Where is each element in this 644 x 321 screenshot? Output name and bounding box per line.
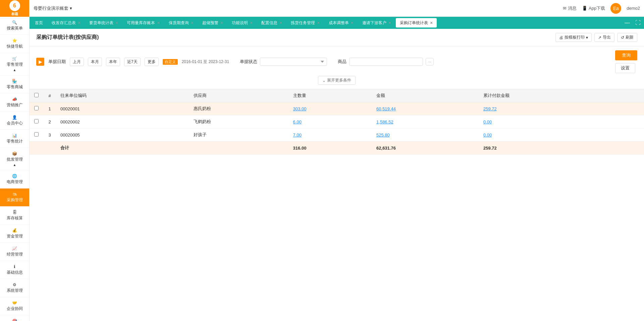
footer-label: 合计: [56, 142, 190, 155]
message-button[interactable]: ✉ 消息: [563, 5, 577, 11]
filter-toggle-button[interactable]: ▶: [36, 58, 44, 66]
topbar-left: 母婴行业演示账套 ▾: [34, 5, 72, 11]
tab-minimize-button[interactable]: —: [623, 19, 632, 26]
app-download-button[interactable]: 📱 App下载: [582, 5, 605, 11]
sidebar-item-label: 搜索英单: [7, 25, 23, 31]
sidebar-item-collab[interactable]: 🤝 企业协同: [0, 297, 29, 315]
tab-oversupply[interactable]: 超储预警 ×: [198, 18, 227, 28]
sidebar-item-capital[interactable]: 💰 资金管理: [0, 225, 29, 243]
tab-oversupply-close[interactable]: ×: [220, 20, 223, 25]
tab-stock-close[interactable]: ×: [157, 20, 160, 25]
store-selector[interactable]: 母婴行业演示账套 ▾: [34, 5, 72, 11]
refresh-button[interactable]: ↺ 刷新: [617, 33, 637, 42]
sidebar-item-purchase[interactable]: 🛍 采购管理: [0, 189, 29, 207]
tab-help-close[interactable]: ×: [250, 20, 253, 25]
basic-icon: ℹ: [14, 264, 15, 269]
footer-seq: [43, 142, 56, 155]
row-supplier: 惠氏奶粉: [190, 102, 289, 115]
expand-down-icon: ⌄: [322, 78, 326, 83]
sidebar-item-retail-shop[interactable]: 🏪 零售商城: [0, 75, 29, 94]
sidebar-item-system[interactable]: ⚙ 系统管理: [0, 279, 29, 297]
tab-invite-close[interactable]: ×: [388, 20, 391, 25]
amount-link[interactable]: 1,586.52: [376, 119, 393, 124]
tab-require-close[interactable]: ×: [115, 20, 118, 25]
row-checkbox[interactable]: [30, 115, 43, 128]
row-checkbox[interactable]: [30, 128, 43, 142]
tab-purchase-stat[interactable]: 采购订单统计表 ×: [396, 18, 437, 28]
sidebar-item-member[interactable]: 👤 会员中心: [0, 112, 29, 130]
paid-link[interactable]: 0.00: [483, 132, 492, 138]
date-btn-this-month[interactable]: 本月: [88, 58, 102, 66]
sidebar-item-retail[interactable]: 🛒 零售管理 ▲: [0, 53, 29, 75]
sidebar: 6 标题 🔍 搜索英单 ⭐ 快捷导航 🛒 零售管理 ▲ 🏪 零售商城 📣 营销推…: [0, 0, 30, 321]
tab-tasks[interactable]: 拣货任务管理 ×: [287, 18, 324, 28]
tab-cost-close[interactable]: ×: [351, 20, 354, 25]
export-button[interactable]: ↗ 导出: [594, 33, 614, 42]
phone-icon: 📱: [582, 6, 587, 11]
tab-stock[interactable]: 可用量库存账本 ×: [123, 18, 164, 28]
qty-link[interactable]: 7.00: [293, 132, 302, 138]
sidebar-item-search[interactable]: 🔍 搜索英单: [0, 17, 29, 35]
refresh-icon: ↺: [621, 35, 624, 40]
sidebar-item-label: 快捷导航: [7, 44, 23, 49]
sidebar-item-batch[interactable]: 📦 批发管理 ▲: [0, 148, 29, 170]
query-button[interactable]: 查询: [615, 50, 637, 60]
sidebar-item-ecommerce[interactable]: 🌐 电商管理: [0, 170, 29, 189]
template-print-button[interactable]: 🖨 按模板打印 ▾: [555, 33, 592, 42]
row-checkbox[interactable]: [30, 102, 43, 115]
custom-date-badge: 自定义: [163, 59, 178, 65]
footer-checkbox: [30, 142, 43, 155]
date-btn-this-year[interactable]: 本年: [106, 58, 120, 66]
date-btn-more[interactable]: 更多: [145, 58, 159, 66]
tab-receive[interactable]: 收发存汇总表 ×: [48, 18, 85, 28]
tab-maximize-button[interactable]: ⛶: [633, 19, 643, 26]
paid-link[interactable]: 0.00: [483, 119, 492, 124]
sidebar-item-newbie[interactable]: 🎯 新手引导: [0, 315, 29, 321]
tab-expiry-close[interactable]: ×: [191, 20, 194, 25]
settings-button[interactable]: 设置: [615, 63, 635, 73]
goods-more-button[interactable]: ···: [426, 58, 434, 65]
avatar-text: Ea: [613, 6, 619, 11]
sidebar-item-inventory[interactable]: 🗄 库存核算: [0, 207, 29, 225]
search-icon: 🔍: [12, 20, 17, 25]
qty-link[interactable]: 6.00: [293, 119, 302, 124]
tab-cost[interactable]: 成本调整单 ×: [325, 18, 358, 28]
qty-link[interactable]: 303.00: [293, 106, 307, 111]
table-row: 2 00020002 飞鹤奶粉 6.00 1,586.52 0.00: [30, 115, 644, 128]
user-avatar[interactable]: Ea: [610, 3, 621, 14]
tab-expiry[interactable]: 保质期查询 ×: [165, 18, 198, 28]
dropdown-icon: ▾: [70, 6, 72, 11]
paid-link[interactable]: 259.72: [483, 106, 497, 111]
select-all-checkbox[interactable]: [34, 93, 39, 97]
purchase-icon: 🛍: [13, 192, 17, 197]
user-name: demo2: [627, 6, 640, 11]
sidebar-item-retail-stat[interactable]: 📊 零售统计: [0, 130, 29, 148]
status-select[interactable]: [260, 58, 327, 66]
tab-require[interactable]: 要货单统计表 ×: [85, 18, 122, 28]
tab-config[interactable]: 配置信息 ×: [257, 18, 286, 28]
message-icon: ✉: [563, 6, 567, 11]
expand-more-conditions-button[interactable]: ⌄ 展开更多条件: [318, 76, 356, 85]
tab-purchase-stat-close[interactable]: ×: [430, 20, 433, 25]
tab-expiry-label: 保质期查询: [169, 20, 189, 26]
tab-tasks-close[interactable]: ×: [317, 20, 320, 25]
row-amount: 60,519.44: [372, 102, 479, 115]
goods-input[interactable]: [349, 58, 423, 66]
tab-invite[interactable]: 邀请下游客户 ×: [358, 18, 395, 28]
tab-home[interactable]: 首页: [31, 18, 47, 28]
tab-help[interactable]: 功能说明 ×: [228, 18, 257, 28]
sidebar-item-ops[interactable]: 📈 经营管理: [0, 243, 29, 261]
print-icon: 🖨: [559, 35, 563, 40]
footer-qty: 316.00: [289, 142, 372, 155]
tab-config-close[interactable]: ×: [279, 20, 282, 25]
amount-link[interactable]: 525.80: [376, 132, 390, 138]
row-supplier: 好孩子: [190, 128, 289, 142]
sidebar-item-basic[interactable]: ℹ 基础信息: [0, 261, 29, 279]
date-btn-7days[interactable]: 近7天: [124, 58, 141, 66]
sidebar-item-quick[interactable]: ⭐ 快捷导航: [0, 35, 29, 53]
tab-receive-close[interactable]: ×: [78, 20, 80, 25]
date-btn-last-month[interactable]: 上月: [70, 58, 84, 66]
amount-link[interactable]: 60,519.44: [376, 106, 396, 111]
filter-query-col: 查询 设置: [615, 50, 637, 73]
sidebar-item-marketing[interactable]: 📣 营销推广: [0, 94, 29, 112]
